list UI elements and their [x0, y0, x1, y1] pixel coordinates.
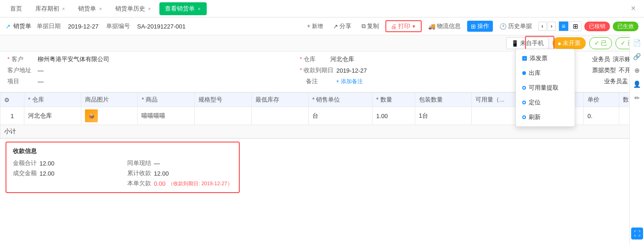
row-spec [195, 107, 252, 125]
summary-section: 收款信息 金额合计 12.00 同单现结 — 成交金额 12.00 累计收款 1… [6, 142, 240, 193]
operator-label: 业务员 [592, 55, 610, 63]
logistics-button[interactable]: 🚚 物流信息 [424, 21, 464, 32]
due-date-value: 2019-12-27 [336, 67, 367, 74]
dropdown-avail-extract[interactable]: 可用量提取 [516, 80, 575, 95]
sidebar-link-icon[interactable]: 🔗 [631, 51, 643, 63]
row-product: 嘻嘻嘻嘻 [138, 107, 195, 125]
cancel-status-button[interactable]: 已核销 [584, 22, 610, 31]
number-label: 单据编号 [106, 22, 130, 30]
copy-icon: ⧉ [362, 23, 366, 30]
add-note-button[interactable]: + 添加备注 [336, 78, 363, 85]
due-date-label: 收款到期日 [300, 66, 334, 74]
right-sidebar: 📄 🔗 ⊕ 👤 ✏ ⛶ [629, 35, 644, 245]
accumulated-value: 12.00 [154, 170, 169, 177]
settlement-label: 同单现结 [127, 159, 151, 167]
ticket-type-label: 票据类型 [592, 66, 616, 74]
close-tab-sales-history[interactable]: × [148, 6, 151, 11]
note-label: 备注 [306, 77, 333, 85]
row-warehouse: 河北仓库 [24, 107, 81, 125]
locate-icon [522, 101, 526, 104]
total-amount-value: 12.00 [40, 160, 55, 167]
customer-label: 客户 [7, 55, 35, 63]
col-sale-unit: * 销售单位 [308, 93, 372, 107]
grid-view-button[interactable]: ⊞ [570, 21, 582, 31]
tab-bar: 首页 库存期初 × 销货单 × 销货单历史 × 查看销货单 × × [0, 0, 644, 17]
effective-status-button[interactable]: 已生效 [613, 22, 638, 31]
col-gear: ⚙ [0, 93, 24, 107]
row-min-stock [251, 107, 308, 125]
tab-home[interactable]: 首页 [4, 0, 29, 17]
grid-icon: ⊞ [471, 23, 476, 30]
history-icon: 🕐 [499, 23, 507, 30]
sidebar-doc-icon[interactable]: 📄 [631, 37, 643, 49]
next-button[interactable]: › [548, 22, 556, 31]
customer-field: 客户 柳州粤港平安气体有限公司 [7, 55, 296, 63]
dropdown-refresh[interactable]: 刷新 [516, 110, 575, 125]
outstanding-item [13, 179, 118, 188]
tab-view-sales[interactable]: 查看销货单 × [159, 2, 206, 15]
col-spec: 规格型号 [195, 93, 252, 107]
project-field: 项目 — [7, 77, 302, 85]
view-toggle: ≡ ⊞ [559, 21, 582, 31]
window-close-button[interactable]: × [626, 4, 640, 13]
from-phone-button[interactable]: 📱 来自手机 [506, 37, 549, 49]
truck-icon: 🚚 [428, 23, 435, 30]
add-invoice-icon: + [522, 56, 527, 61]
outstanding-label: 本单欠款 [127, 179, 151, 188]
outstanding-item2: 本单欠款 0.00 （收款到期日: 2019-12-27） [127, 179, 232, 188]
product-thumbnail: 📦 [85, 109, 98, 122]
copy-button[interactable]: ⧉ 复制 [358, 21, 383, 32]
transaction-value: 12.00 [40, 170, 55, 177]
list-view-button[interactable]: ≡ [559, 21, 569, 31]
tab-sales-history[interactable]: 销货单历史 × [109, 0, 158, 17]
not-invoiced-button[interactable]: ● 未开票 [553, 37, 586, 49]
warehouse-value: 河北仓库 [330, 55, 354, 63]
row-unit-price: 0. [583, 107, 619, 125]
doc-header: ↗ 销货单 单据日期 2019-12-27 单据编号 SA-20191227-0… [0, 17, 644, 35]
settlement-value: — [154, 160, 160, 167]
date-label: 单据日期 [37, 22, 61, 30]
close-tab-inventory[interactable]: × [62, 6, 65, 11]
print-button[interactable]: 🖨 打印 ▼ [385, 20, 422, 32]
address-label: 客户地址 [7, 66, 35, 74]
history-button[interactable]: 🕐 历史单据 [496, 21, 536, 32]
col-product: * 商品 [138, 93, 195, 107]
done-btn-1[interactable]: ✓ 已 [589, 37, 612, 49]
number-value: SA-20191227-001 [137, 23, 186, 30]
nav-arrows: ‹ › [538, 22, 556, 31]
row-sale-unit: 台 [308, 107, 372, 125]
doc-type-label: 销货单 [13, 22, 31, 30]
outbound-icon [522, 71, 526, 75]
col-unit-price: 单价 [583, 93, 619, 107]
dropdown-locate[interactable]: 定位 [516, 95, 575, 110]
dropdown-add-invoice[interactable]: + 添发票 [516, 51, 575, 66]
dropdown-outbound[interactable]: 出库 [516, 66, 575, 80]
sidebar-user-icon[interactable]: 👤 [631, 78, 643, 90]
main-content: ↗ 销货单 单据日期 2019-12-27 单据编号 SA-20191227-0… [0, 17, 644, 245]
outstanding-value: 0.00 [154, 180, 165, 187]
operator2-label: 业务员盂 [604, 77, 628, 85]
tab-sales[interactable]: 销货单 × [72, 0, 108, 17]
project-label: 项目 [7, 77, 35, 85]
ops-button[interactable]: ⊞ 操作 [467, 21, 493, 32]
sidebar-add-icon[interactable]: ⊕ [631, 64, 643, 76]
col-qty: * 数量 [372, 93, 415, 107]
warehouse-label: 仓库 [300, 55, 328, 63]
customer-value: 柳州粤港平安气体有限公司 [38, 55, 109, 63]
share-button[interactable]: ↗ 分享 [329, 21, 355, 32]
avail-extract-icon [522, 86, 526, 90]
close-tab-view-sales[interactable]: × [198, 6, 200, 11]
sidebar-expand-icon[interactable]: ⛶ [631, 228, 643, 239]
close-tab-sales[interactable]: × [99, 6, 102, 11]
address-value: — [38, 67, 44, 74]
total-amount-label: 金额合计 [13, 159, 37, 167]
ops-dropdown-menu: + 添发票 出库 可用量提取 定位 刷新 [515, 49, 575, 127]
col-warehouse: * 仓库 [24, 93, 81, 107]
prev-button[interactable]: ‹ [538, 22, 547, 31]
row-image: 📦 [81, 107, 138, 125]
doc-meta: 单据日期 2019-12-27 单据编号 SA-20191227-001 [37, 22, 186, 30]
outstanding-hint: （收款到期日: 2019-12-27） [168, 180, 232, 187]
new-button[interactable]: + 新增 [304, 21, 327, 32]
tab-inventory-init[interactable]: 库存期初 × [29, 0, 72, 17]
sidebar-edit-icon[interactable]: ✏ [631, 92, 643, 104]
